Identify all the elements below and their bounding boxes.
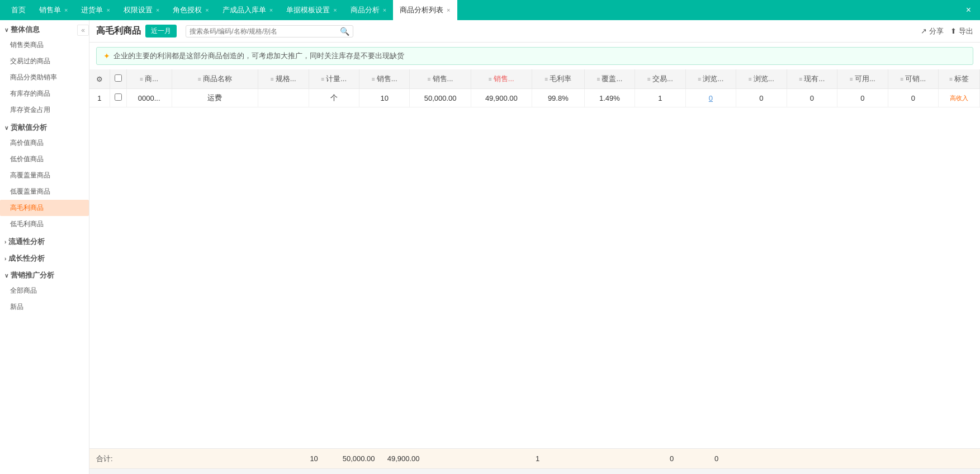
nav-role[interactable]: 角色授权 ×: [166, 0, 215, 20]
col-sales-profit: ≡销售...: [471, 69, 532, 89]
col-sales-amount: ≡销售...: [410, 69, 471, 89]
nav-permission[interactable]: 权限设置 ×: [117, 0, 166, 20]
table-header-row: ⚙ ≡商... ≡商品名称 ≡规格...: [89, 69, 980, 89]
sidebar-item-all-goods[interactable]: 全部商品: [0, 283, 89, 299]
sidebar-item-sales-goods[interactable]: 销售类商品: [0, 37, 89, 53]
cell-gross-rate: 99.8%: [532, 89, 584, 107]
window-close-button[interactable]: ×: [962, 5, 976, 15]
table-wrapper[interactable]: ⚙ ≡商... ≡商品名称 ≡规格...: [89, 69, 980, 448]
sidebar-item-high-margin[interactable]: 高毛利商品: [0, 200, 89, 216]
col-transactions: ≡交易...: [635, 69, 685, 89]
footer-label: 合计:: [96, 454, 113, 464]
footer-sellable: [739, 454, 784, 463]
sidebar-item-high-value[interactable]: 高价值商品: [0, 135, 89, 151]
cell-sales-amount: 50,000.00: [410, 89, 471, 107]
sidebar-item-low-coverage[interactable]: 低覆盖量商品: [0, 184, 89, 200]
export-button[interactable]: ⬆ 导出: [950, 26, 973, 36]
col-icon: ≡: [901, 76, 904, 82]
sidebar-item-stock-capital[interactable]: 库存资金占用: [0, 102, 89, 118]
search-input[interactable]: [190, 27, 340, 35]
sidebar-item-high-coverage[interactable]: 高覆盖量商品: [0, 167, 89, 184]
footer-transactions: 1: [515, 454, 560, 463]
col-tag: ≡标签: [939, 69, 980, 89]
select-all-checkbox[interactable]: [115, 74, 122, 82]
sidebar-collapse-button[interactable]: «: [77, 25, 89, 36]
share-button[interactable]: ↗ 分享: [921, 26, 944, 36]
col-name: ≡商品名称: [172, 69, 258, 89]
nav-analysis-list[interactable]: 商品分析列表 ×: [393, 0, 457, 20]
settings-icon[interactable]: ⚙: [96, 75, 103, 83]
col-unit: ≡计量...: [309, 69, 359, 89]
sidebar-group-overall[interactable]: ∨ 整体信息: [0, 20, 89, 37]
share-icon: ↗: [921, 27, 927, 35]
col-sales-qty: ≡销售...: [359, 69, 410, 89]
arrow-right-icon: ›: [4, 239, 6, 245]
footer-available: 0: [694, 454, 739, 463]
footer-cell-spacer: [135, 454, 292, 463]
sidebar-item-category-assist[interactable]: 商品分类助销率: [0, 69, 89, 86]
sidebar-group-growth[interactable]: › 成长性分析: [0, 249, 89, 266]
date-filter-button[interactable]: 近一月: [145, 25, 177, 37]
col-gross-rate: ≡毛利率: [532, 69, 584, 89]
col-icon: ≡: [850, 76, 853, 82]
footer-current: 0: [650, 454, 694, 463]
close-icon[interactable]: ×: [205, 7, 209, 13]
info-banner: ✦ 企业的主要的利润都是这部分商品创造的，可考虑加大推广，同时关注库存是不要出现…: [96, 47, 973, 65]
nav-analysis[interactable]: 商品分析 ×: [344, 0, 393, 20]
close-icon[interactable]: ×: [269, 7, 273, 13]
close-icon[interactable]: ×: [106, 7, 110, 13]
table-row: 1 0000... 运费 个 10 50,000.00 49,900.00 99…: [89, 89, 980, 107]
cell-spec: [258, 89, 309, 107]
nav-inbound[interactable]: 产成品入库单 ×: [216, 0, 280, 20]
search-box: 🔍: [186, 25, 353, 37]
export-icon: ⬆: [950, 27, 957, 35]
cell-name: 运费: [172, 89, 258, 107]
info-icon: ✦: [103, 51, 110, 60]
footer-browse2: [605, 454, 650, 463]
cell-coverage: 1.49%: [584, 89, 635, 107]
col-icon: ≡: [321, 76, 324, 82]
sidebar-item-low-value[interactable]: 低价值商品: [0, 151, 89, 167]
page-title: 高毛利商品: [96, 25, 141, 37]
sidebar-item-in-stock[interactable]: 有库存的商品: [0, 86, 89, 102]
cell-browse1[interactable]: 0: [685, 89, 736, 107]
sidebar-group-marketing[interactable]: ∨ 营销推广分析: [0, 266, 89, 283]
close-icon[interactable]: ×: [333, 7, 337, 13]
cell-available: 0: [837, 89, 888, 107]
col-icon: ≡: [198, 76, 201, 82]
col-sellable: ≡可销...: [888, 69, 938, 89]
nav-home[interactable]: 首页: [4, 0, 32, 20]
cell-transactions: 1: [635, 89, 685, 107]
nav-purchase[interactable]: 进货单 ×: [74, 0, 116, 20]
col-current: ≡现有...: [787, 69, 837, 89]
arrow-down-icon: ∨: [4, 27, 8, 33]
col-browse1: ≡浏览...: [685, 69, 736, 89]
nav-sales[interactable]: 销售单 ×: [32, 0, 74, 20]
footer-sales-qty: 10: [292, 454, 337, 463]
sidebar-item-low-margin[interactable]: 低毛利商品: [0, 216, 89, 232]
close-icon[interactable]: ×: [64, 7, 68, 13]
sidebar-item-new-goods[interactable]: 新品: [0, 299, 89, 315]
row-checkbox[interactable]: [115, 93, 122, 101]
cell-checkbox: [110, 89, 126, 107]
arrow-right-icon: ›: [4, 256, 6, 262]
content-header: 高毛利商品 近一月 🔍 ↗ 分享 ⬆ 导出: [89, 20, 980, 43]
sidebar-item-traded-goods[interactable]: 交易过的商品: [0, 53, 89, 69]
sidebar-group-contribution[interactable]: ∨ 贡献值分析: [0, 118, 89, 135]
horizontal-scrollbar[interactable]: [89, 468, 980, 474]
arrow-down-icon: ∨: [4, 273, 8, 279]
sidebar-group-liquidity[interactable]: › 流通性分析: [0, 232, 89, 249]
col-icon: ≡: [428, 76, 431, 82]
close-icon[interactable]: ×: [383, 7, 386, 13]
footer-gross-rate: [426, 454, 471, 463]
col-seq: ⚙: [89, 69, 110, 89]
cell-sales-qty: 10: [359, 89, 410, 107]
close-icon[interactable]: ×: [156, 7, 159, 13]
col-spec: ≡规格...: [258, 69, 309, 89]
header-actions: ↗ 分享 ⬆ 导出: [921, 26, 973, 36]
nav-template[interactable]: 单据模板设置 ×: [280, 0, 343, 20]
col-icon: ≡: [949, 76, 953, 82]
search-icon[interactable]: 🔍: [340, 27, 349, 36]
col-icon: ≡: [140, 76, 143, 82]
close-icon[interactable]: ×: [447, 7, 450, 13]
